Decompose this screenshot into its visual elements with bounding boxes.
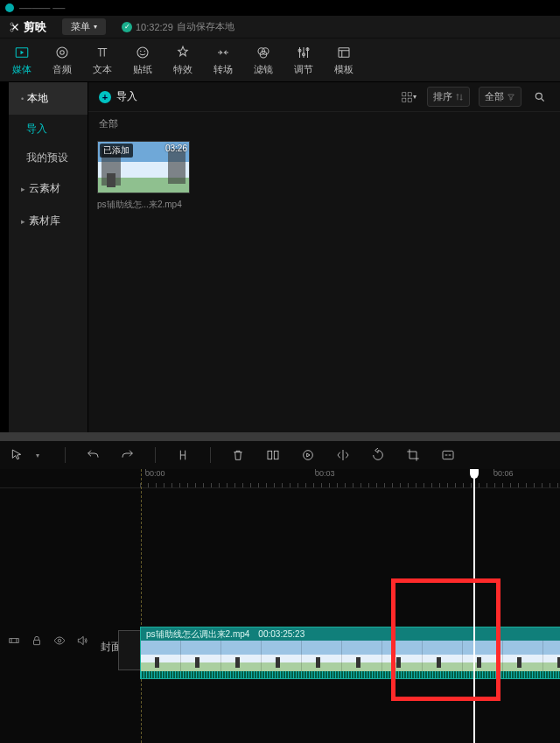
svg-point-0 — [10, 23, 13, 25]
svg-point-7 — [144, 50, 146, 52]
app-header: 剪映 菜单 ▾ ✓ 10:32:29 自动保存本地 — [0, 16, 560, 39]
svg-rect-25 — [34, 640, 40, 644]
svg-point-6 — [140, 50, 142, 52]
sidebar: • 本地 导入 我的预设 ▸ 云素材 ▸ 素材库 — [9, 82, 88, 432]
media-filter-all[interactable]: 全部 — [88, 112, 560, 136]
ruler-tick: 00:03 — [315, 469, 335, 478]
chevron-down-icon: ▾ — [94, 23, 97, 31]
tab-audio[interactable]: 音频 — [52, 45, 72, 76]
sidebar-item-presets[interactable]: 我的预设 — [9, 144, 88, 172]
media-panel: + 导入 ▾ 排序 全部 全部 — [88, 82, 560, 432]
timeline-panel[interactable]: 00:00 00:03 00:06 封面 ps辅助线怎么调出来2.mp4 00:… — [0, 469, 560, 743]
app-root: ───── ── 剪映 菜单 ▾ ✓ 10:32:29 自动保存本地 媒体 音频… — [0, 0, 560, 743]
media-duration: 03:26 — [165, 144, 187, 153]
lock-button[interactable] — [30, 634, 44, 648]
svg-point-3 — [57, 47, 67, 58]
content-area: • 本地 导入 我的预设 ▸ 云素材 ▸ 素材库 + 导入 — [0, 82, 560, 432]
tab-label: 媒体 — [12, 63, 32, 76]
view-grid-button[interactable]: ▾ — [399, 88, 418, 107]
clip-time: 00:03:25:23 — [258, 629, 304, 639]
clip-frames — [141, 641, 560, 671]
clip-waveform — [141, 671, 560, 679]
svg-rect-20 — [268, 451, 272, 459]
ruler-tick: 00:06 — [494, 469, 514, 478]
sidebar-item-label: 素材库 — [29, 214, 60, 228]
mute-button[interactable] — [75, 634, 89, 648]
svg-point-19 — [536, 93, 542, 99]
media-item[interactable]: 已添加 03:26 ps辅助线怎...来2.mp4 — [97, 141, 190, 211]
split-button[interactable] — [175, 447, 191, 463]
svg-rect-17 — [402, 98, 406, 102]
tab-sticker[interactable]: 贴纸 — [133, 45, 152, 76]
tab-template[interactable]: 模板 — [334, 45, 354, 76]
tab-label: 特效 — [173, 63, 192, 76]
record-button[interactable] — [300, 447, 316, 463]
autosave-text: 自动保存本地 — [177, 20, 234, 33]
autosave-status: ✓ 10:32:29 自动保存本地 — [122, 20, 234, 33]
plus-icon: + — [99, 91, 111, 103]
sidebar-item-local[interactable]: • 本地 — [9, 82, 88, 115]
app-dot-icon — [5, 4, 14, 12]
tab-filter[interactable]: 滤镜 — [254, 45, 273, 76]
chevron-right-icon: ▸ — [21, 185, 25, 193]
sort-button[interactable]: 排序 — [427, 87, 470, 107]
undo-button[interactable] — [85, 447, 101, 463]
svg-point-22 — [304, 451, 313, 460]
ripple-delete-button[interactable] — [265, 447, 281, 463]
svg-rect-21 — [274, 451, 278, 459]
ruler-tick: 00:00 — [145, 469, 165, 478]
app-name: 剪映 — [24, 19, 46, 35]
collapse-button[interactable] — [7, 634, 21, 648]
delete-button[interactable] — [230, 447, 246, 463]
cover-thumbnail[interactable] — [118, 630, 143, 670]
mirror-button[interactable] — [335, 447, 351, 463]
video-track[interactable]: ps辅助线怎么调出来2.mp4 00:03:25:23 — [140, 620, 560, 683]
svg-rect-24 — [10, 639, 19, 643]
media-grid: 已添加 03:26 ps辅助线怎...来2.mp4 — [88, 136, 560, 216]
svg-rect-15 — [402, 92, 406, 95]
import-label: 导入 — [116, 89, 137, 104]
sidebar-item-cloud[interactable]: ▸ 云素材 — [9, 172, 88, 205]
tab-effect[interactable]: 特效 — [173, 45, 192, 76]
auto-caption-button[interactable] — [440, 447, 456, 463]
playhead[interactable] — [473, 469, 475, 743]
redo-button[interactable] — [120, 447, 136, 463]
chevron-right-icon: ▸ — [21, 217, 25, 226]
scope-label: 全部 — [485, 90, 504, 103]
check-icon: ✓ — [122, 22, 132, 32]
track-gutter — [0, 634, 96, 648]
tab-label: 转场 — [214, 63, 233, 76]
tab-label: 音频 — [52, 63, 72, 76]
rotate-button[interactable] — [370, 447, 386, 463]
panel-divider[interactable] — [0, 432, 560, 441]
import-button[interactable]: + 导入 — [99, 89, 137, 104]
clip-header: ps辅助线怎么调出来2.mp4 00:03:25:23 — [141, 627, 560, 641]
scissors-icon — [9, 21, 21, 33]
media-header: + 导入 ▾ 排序 全部 — [88, 82, 560, 112]
app-logo: 剪映 — [9, 19, 46, 35]
sidebar-item-label: 本地 — [27, 91, 48, 106]
tab-label: 滤镜 — [254, 63, 273, 76]
tab-media[interactable]: 媒体 — [12, 45, 32, 76]
start-marker — [141, 469, 142, 743]
svg-point-26 — [58, 639, 61, 642]
tab-adjust[interactable]: 调节 — [294, 45, 313, 76]
clip-title: ps辅助线怎么调出来2.mp4 — [146, 628, 249, 641]
svg-rect-18 — [408, 98, 411, 102]
visibility-button[interactable] — [52, 634, 66, 648]
scope-filter-button[interactable]: 全部 — [479, 87, 522, 107]
tab-text[interactable]: 文本 — [93, 45, 112, 76]
menu-button[interactable]: 菜单 ▾ — [62, 18, 106, 35]
search-button[interactable] — [530, 88, 550, 107]
sidebar-item-library[interactable]: ▸ 素材库 — [9, 205, 88, 237]
video-clip[interactable]: ps辅助线怎么调出来2.mp4 00:03:25:23 — [140, 627, 560, 679]
chevron-right-icon: • — [21, 95, 24, 103]
sidebar-item-import[interactable]: 导入 — [9, 115, 88, 144]
svg-point-1 — [10, 29, 13, 32]
media-thumbnail[interactable]: 已添加 03:26 — [97, 141, 190, 193]
svg-point-5 — [137, 47, 148, 58]
cursor-tool-button[interactable] — [9, 447, 24, 463]
tab-transition[interactable]: 转场 — [214, 45, 233, 76]
chevron-down-icon[interactable]: ▾ — [30, 447, 46, 463]
crop-button[interactable] — [405, 447, 421, 463]
